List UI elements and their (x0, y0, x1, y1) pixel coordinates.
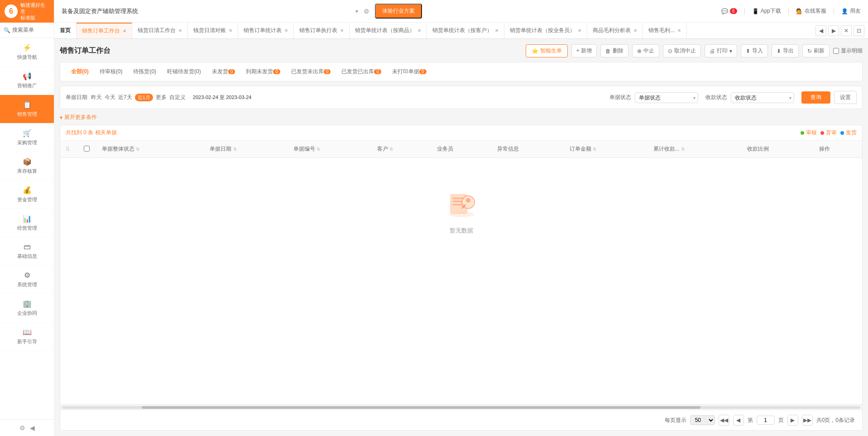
sort-received-icon[interactable]: ⇅ (681, 147, 685, 152)
sort-number-icon[interactable]: ⇅ (317, 147, 320, 152)
scrollbar-track[interactable] (62, 406, 860, 409)
tab-expand-btn[interactable]: ⊡ (854, 25, 864, 36)
sidebar-item-quick-nav[interactable]: ⚡ 快捷导航 (0, 38, 54, 66)
expand-btn[interactable]: ▾ 展开更多条件 (60, 114, 863, 121)
cancel-stop-btn[interactable]: ⊙ 取消中止 (663, 44, 701, 57)
sort-date-icon[interactable]: ⇅ (233, 147, 237, 152)
sidebar-item-finance[interactable]: 💰 资金管理 (0, 180, 54, 209)
query-btn[interactable]: 查询 (801, 91, 830, 104)
date-today[interactable]: 今天 (105, 94, 115, 101)
select-all-checkbox[interactable] (84, 146, 90, 152)
filter-tabs: 全部(0) 待审核(0) 待拣货(0) 旺铺待发货(0) 未发货0 到期未发货0… (60, 62, 863, 81)
tab-cash-reconcile[interactable]: 钱货日清对账 ✕ (188, 23, 238, 39)
sidebar-search[interactable]: 🔍 搜索菜单 (0, 23, 54, 38)
online-service-btn[interactable]: 💁 在线客服 (796, 7, 826, 15)
tab-margin-analysis[interactable]: 商品毛利分析表 ✕ (587, 23, 643, 39)
export-btn[interactable]: ⬇ 导出 (772, 44, 799, 57)
filter-tab-wangpu-ship[interactable]: 旺铺待发货(0) (162, 66, 206, 77)
ship-action[interactable]: 发货 (840, 129, 857, 137)
header-dropdown-icon[interactable]: ▾ (355, 8, 358, 14)
pagination-first-btn[interactable]: ◀◀ (719, 415, 729, 426)
pagination-last-btn[interactable]: ▶▶ (802, 415, 813, 426)
tab-close-cash-reconcile[interactable]: ✕ (229, 28, 232, 33)
sidebar-item-inventory[interactable]: 📦 库存核算 (0, 152, 54, 180)
status-select[interactable]: 单据状态 (635, 92, 698, 103)
sidebar-item-system[interactable]: ⚙ 系统管理 (0, 265, 54, 294)
tab-close-sales-exec[interactable]: ✕ (340, 28, 344, 33)
delete-icon: 🗑 (605, 48, 611, 54)
review-action[interactable]: 审核 (801, 129, 817, 137)
tab-sales-stat-customer[interactable]: 销货单统计表（按客户） ✕ (427, 23, 504, 39)
payment-select[interactable]: 收款状态 (731, 92, 794, 103)
pagination-prev-btn[interactable]: ◀ (733, 415, 744, 426)
tab-close-sales-stat-product[interactable]: ✕ (417, 28, 421, 33)
tab-next-btn[interactable]: ▶ (828, 25, 839, 36)
settings-btn[interactable]: 设置 (834, 91, 857, 104)
collapse-icon[interactable]: ◀ (30, 424, 35, 431)
tab-sales-stat-product[interactable]: 销货单统计表（按商品） ✕ (350, 23, 427, 39)
filter-tab-expired-unshipped[interactable]: 到期未发货0 (240, 66, 286, 77)
date-custom[interactable]: 自定义 (169, 94, 186, 101)
import-btn[interactable]: ⬆ 导入 (741, 44, 768, 57)
tab-close-sales-stat-staff[interactable]: ✕ (578, 28, 581, 33)
tab-close-sales-more[interactable]: ✕ (677, 28, 681, 33)
tab-cash-daily[interactable]: 钱货日清工作台 ✕ (132, 23, 188, 39)
page-input[interactable] (757, 416, 775, 425)
date-1month-badge[interactable]: 近1月 (135, 94, 153, 101)
filter-tab-shipped-not-out[interactable]: 已发货未出库0 (286, 66, 336, 77)
filter-tab-unprinted[interactable]: 未打印单据0 (387, 66, 432, 77)
sidebar-item-enterprise[interactable]: 🏢 企业协同 (0, 294, 54, 322)
tab-sales-stat-staff[interactable]: 销货单统计表（按业务员） ✕ (504, 23, 587, 39)
payment-select-wrapper: 收款状态 (731, 92, 794, 103)
tab-sales-stat[interactable]: 销售订单统计表 ✕ (238, 23, 294, 39)
solution-btn[interactable]: 体验行业方案 (375, 4, 422, 19)
tab-close-sales-workbench[interactable]: ✕ (123, 28, 126, 33)
date-7days[interactable]: 近7天 (118, 94, 132, 101)
tab-prev-btn[interactable]: ◀ (815, 25, 826, 36)
print-btn[interactable]: 🖨 打印 ▾ (705, 44, 737, 57)
stop-btn[interactable]: ⊗ 中止 (632, 44, 659, 57)
message-btn[interactable]: 💬 6 (721, 8, 737, 14)
unrev-action[interactable]: 弃审 (820, 129, 837, 137)
filter-tab-unshipped[interactable]: 未发货0 (206, 66, 241, 77)
tab-close-cash-daily[interactable]: ✕ (178, 28, 182, 33)
refresh-btn[interactable]: ↻ 刷新 (802, 44, 830, 57)
filter-tab-pending-review[interactable]: 待审核(0) (94, 66, 128, 77)
tab-close-sales-stat-customer[interactable]: ✕ (495, 28, 499, 33)
sidebar-item-purchase[interactable]: 🛒 采购管理 (0, 123, 54, 152)
sidebar-item-sales[interactable]: 📋 销售管理 (0, 95, 54, 123)
sort-amount-icon[interactable]: ⇅ (593, 147, 596, 152)
tab-close-all-btn[interactable]: ✕ (841, 25, 852, 36)
sidebar-item-marketing[interactable]: 📢 营销推广 (0, 66, 54, 95)
th-checkbox[interactable] (78, 141, 96, 158)
app-download-btn[interactable]: 📱 App下载 (752, 7, 781, 15)
scrollbar-thumb[interactable] (142, 406, 700, 409)
tab-home[interactable]: 首页 (54, 23, 77, 39)
sidebar-item-operations[interactable]: 📊 经营管理 (0, 209, 54, 237)
user-btn[interactable]: 👤 用友 (841, 7, 861, 15)
settings-header-icon[interactable]: ⚙ (364, 8, 369, 15)
date-yesterday[interactable]: 昨天 (91, 94, 102, 101)
show-detail-checkbox[interactable] (833, 48, 839, 54)
scrollbar-area[interactable] (60, 404, 862, 410)
sidebar-item-base-info[interactable]: 🗃 基础信息 (0, 237, 54, 265)
show-detail-label[interactable]: 显示明细 (833, 47, 863, 55)
per-page-select[interactable]: 10 20 50 100 (690, 415, 715, 425)
sidebar-item-guide[interactable]: 📖 新手引导 (0, 322, 54, 351)
tab-close-margin-analysis[interactable]: ✕ (633, 28, 637, 33)
filter-tab-pending-inspect[interactable]: 待拣货(0) (128, 66, 162, 77)
settings-icon[interactable]: ⚙ (19, 424, 25, 431)
delete-btn[interactable]: 🗑 删除 (600, 44, 628, 57)
sort-customer-icon[interactable]: ⇅ (389, 147, 393, 152)
tab-sales-more[interactable]: 销售毛利... ✕ (643, 23, 687, 39)
filter-tab-shipped-out[interactable]: 已发货已出库0 (336, 66, 387, 77)
new-btn[interactable]: + 新增 (571, 44, 597, 57)
sort-status-icon[interactable]: ⇅ (136, 147, 139, 152)
tab-sales-exec[interactable]: 销售订单执行表 ✕ (294, 23, 350, 39)
tab-close-sales-stat[interactable]: ✕ (284, 28, 288, 33)
filter-tab-all[interactable]: 全部(0) (66, 66, 94, 77)
smart-btn[interactable]: ⭐ 智能生单 (526, 44, 568, 57)
pagination-next-btn[interactable]: ▶ (787, 415, 798, 426)
tab-sales-workbench[interactable]: 销售订单工作台 ✕ (77, 23, 132, 39)
date-more[interactable]: 更多 (156, 94, 167, 101)
